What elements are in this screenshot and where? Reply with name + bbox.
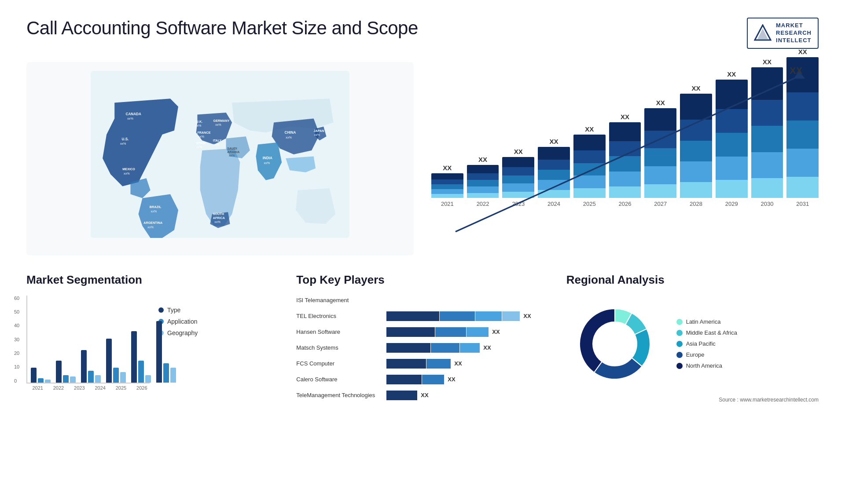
world-map-svg: CANADA xx% U.S. xx% MEXICO xx% BRAZIL xx… xyxy=(35,71,405,238)
bar-stack xyxy=(467,165,499,197)
player-row: TeleManagement TechnologiesXX xyxy=(296,391,548,400)
player-name: Matsch Systems xyxy=(296,344,382,351)
bar-stack xyxy=(644,108,676,198)
bar-label-top: XX xyxy=(798,48,807,55)
svg-text:xx%: xx% xyxy=(286,135,292,139)
main-grid: CANADA xx% U.S. xx% MEXICO xx% BRAZIL xx… xyxy=(26,62,819,269)
players-list: ISI TelemanagementTEL ElectronicsXXHanse… xyxy=(296,296,548,403)
segmentation-section: Market Segmentation 60 50 40 30 20 10 0 xyxy=(26,273,279,403)
player-bar-wrap: XX xyxy=(386,327,500,337)
donut-legend-item: Europe xyxy=(676,351,737,358)
bar-group: XX2022 xyxy=(467,156,499,207)
svg-text:xx%: xx% xyxy=(214,219,220,223)
bar-group: XX2031 xyxy=(786,48,819,207)
seg-chart xyxy=(26,296,150,383)
svg-text:xx%: xx% xyxy=(196,145,202,149)
player-bar-wrap: XX xyxy=(386,359,462,369)
bar-group: XX2025 xyxy=(573,125,606,207)
header: Call Accounting Software Market Size and… xyxy=(26,18,819,49)
bar-year-label: 2027 xyxy=(654,201,667,207)
seg-bar xyxy=(113,368,119,382)
bar-label-top: XX xyxy=(478,156,487,163)
player-row: Matsch SystemsXX xyxy=(296,343,548,353)
seg-bar xyxy=(88,371,94,383)
bar-label-top: XX xyxy=(585,125,594,133)
seg-bar xyxy=(163,363,169,382)
seg-legend-item: Type xyxy=(158,307,198,314)
svg-text:JAPAN: JAPAN xyxy=(314,129,324,133)
svg-text:CANADA: CANADA xyxy=(126,112,141,116)
bar-label-top: XX xyxy=(656,99,665,106)
bar-year-label: 2031 xyxy=(796,201,809,207)
bar-group: XX2024 xyxy=(538,138,570,207)
player-bar-wrap: XX xyxy=(386,311,531,321)
player-row: TEL ElectronicsXX xyxy=(296,311,548,321)
svg-text:xx%: xx% xyxy=(198,135,204,139)
seg-bar xyxy=(138,361,144,383)
seg-bar xyxy=(170,368,176,382)
bar-label-top: XX xyxy=(550,138,558,145)
bar-year-label: 2025 xyxy=(583,201,596,207)
donut-slice-4 xyxy=(580,309,615,373)
donut-legend-item: Asia Pacific xyxy=(676,340,737,347)
bar-year-label: 2026 xyxy=(619,201,632,207)
player-name: ISI Telemanagement xyxy=(296,297,382,303)
bar-group: XX2021 xyxy=(431,164,463,207)
svg-text:xx%: xx% xyxy=(147,225,154,229)
donut-wrap: Latin AmericaMiddle East & AfricaAsia Pa… xyxy=(566,296,819,392)
seg-bar xyxy=(38,378,44,383)
seg-bar xyxy=(70,376,76,382)
legend-color-dot xyxy=(158,307,164,313)
svg-text:FRANCE: FRANCE xyxy=(197,131,210,135)
bar-label-top: XX xyxy=(621,113,629,121)
seg-bar xyxy=(56,361,62,383)
bar-group: XX2028 xyxy=(680,84,712,207)
seg-year-group xyxy=(31,368,51,382)
svg-text:AFRICA: AFRICA xyxy=(213,215,225,219)
player-xx-label: XX xyxy=(483,344,491,351)
regional-title: Regional Analysis xyxy=(566,273,819,287)
seg-bar xyxy=(95,375,101,383)
player-name: Calero Software xyxy=(296,376,382,383)
bar-stack xyxy=(538,147,570,198)
player-row: FCS ComputerXX xyxy=(296,359,548,369)
svg-text:BRAZIL: BRAZIL xyxy=(150,205,162,209)
player-row: Calero SoftwareXX xyxy=(296,375,548,384)
bar-year-label: 2030 xyxy=(761,201,774,207)
seg-bar xyxy=(145,375,151,383)
bar-label-top: XX xyxy=(763,58,772,66)
player-row: ISI Telemanagement xyxy=(296,296,548,305)
regional-section: Regional Analysis Latin AmericaMiddle Ea… xyxy=(566,273,819,403)
svg-text:SPAIN: SPAIN xyxy=(196,141,206,145)
bar-stack xyxy=(431,173,463,198)
player-name: FCS Computer xyxy=(296,360,382,367)
bar-group: XX2029 xyxy=(716,70,748,207)
donut-legend: Latin AmericaMiddle East & AfricaAsia Pa… xyxy=(676,318,737,369)
player-bar-wrap: XX xyxy=(386,391,428,400)
donut-legend-item: Middle East & Africa xyxy=(676,329,737,336)
svg-text:ITALY: ITALY xyxy=(213,139,222,142)
bar-year-label: 2028 xyxy=(690,201,702,207)
bar-chart-container: XX XX2021XX2022XX2023XX2024XX2025XX2026X… xyxy=(431,66,819,251)
svg-text:U.K.: U.K. xyxy=(196,119,202,123)
seg-bar xyxy=(106,339,112,383)
seg-chart-wrap: 60 50 40 30 20 10 0 2021 2022 2023 xyxy=(26,296,279,391)
bar-label-top: XX xyxy=(692,84,701,92)
donut-legend-item: North America xyxy=(676,362,737,369)
player-xx-label: XX xyxy=(523,313,531,319)
bottom-grid: Market Segmentation 60 50 40 30 20 10 0 xyxy=(26,273,819,403)
bar-group: XX2026 xyxy=(609,113,641,207)
seg-year-group xyxy=(106,339,126,383)
bar-stack xyxy=(751,67,783,198)
svg-text:xx%: xx% xyxy=(314,133,320,137)
seg-year-group xyxy=(81,350,101,382)
key-players-title: Top Key Players xyxy=(296,273,548,287)
svg-text:xx%: xx% xyxy=(151,209,157,213)
bar-group: XX2023 xyxy=(502,148,534,207)
player-xx-label: XX xyxy=(454,360,462,367)
svg-text:CHINA: CHINA xyxy=(285,131,296,135)
svg-text:SOUTH: SOUTH xyxy=(213,212,224,215)
seg-bar xyxy=(120,372,126,382)
page-title: Call Accounting Software Market Size and… xyxy=(26,18,418,39)
bar-stack xyxy=(609,122,641,198)
